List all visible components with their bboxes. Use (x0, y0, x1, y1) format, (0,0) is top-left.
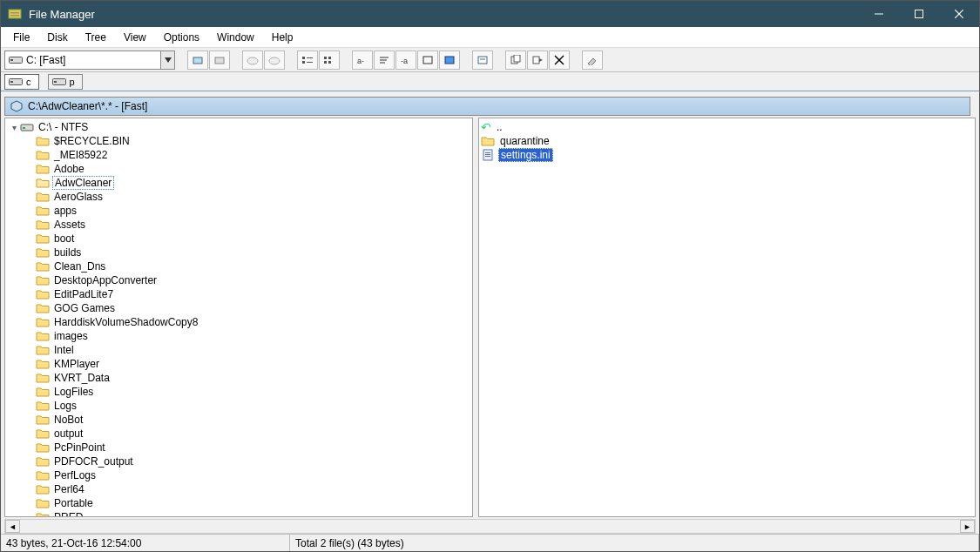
toolbar-btn-move[interactable] (527, 50, 548, 70)
minimize-button[interactable] (859, 1, 899, 27)
tree-item[interactable]: ·PerfLogs (5, 468, 472, 482)
path-icon (10, 100, 23, 112)
tree-item[interactable]: ·KMPlayer (5, 357, 472, 371)
tree-item[interactable]: ·GOG Games (5, 301, 472, 315)
tree-item[interactable]: ·Intel (5, 343, 472, 357)
folder-icon (36, 274, 50, 286)
drive-dropdown[interactable]: C: [Fast] (4, 50, 175, 70)
tree-item-label: AeroGlass (52, 191, 105, 203)
toolbar-btn-sort-4[interactable] (417, 50, 438, 70)
tree-item[interactable]: ·AdwCleaner (5, 176, 472, 190)
toolbar-btn-delete[interactable] (549, 50, 570, 70)
svg-rect-1 (10, 12, 19, 14)
drive-tab-c[interactable]: c (4, 74, 39, 90)
tree-item-label: apps (52, 205, 78, 217)
toolbar-btn-cloud-2[interactable] (264, 50, 285, 70)
svg-marker-34 (539, 58, 543, 62)
tree-item-label: Clean_Dns (52, 260, 107, 273)
menu-help[interactable]: Help (263, 29, 302, 46)
folder-tree[interactable]: ▾C:\ - NTFS·$RECYCLE.BIN·_MEI85922·Adobe… (4, 118, 473, 517)
folder-icon (36, 414, 50, 426)
folder-icon (36, 288, 50, 300)
toolbar-btn-history-fwd[interactable] (209, 50, 230, 70)
tree-item[interactable]: ·$RECYCLE.BIN (5, 134, 472, 148)
toolbar-btn-sort-1[interactable]: a- (352, 50, 373, 70)
tree-item[interactable]: ·DesktopAppConverter (5, 273, 472, 287)
tree-item[interactable]: ·PDFOCR_output (5, 454, 472, 468)
app-icon (8, 7, 22, 21)
toolbar-btn-refresh[interactable] (472, 50, 493, 70)
menu-file[interactable]: File (4, 29, 38, 46)
file-row[interactable]: settings.ini (481, 148, 973, 162)
toolbar-btn-sort-3[interactable]: -a (395, 50, 416, 70)
tree-root[interactable]: ▾C:\ - NTFS (5, 120, 472, 134)
svg-rect-14 (302, 57, 305, 59)
tree-item-label: Intel (52, 344, 76, 356)
svg-rect-2 (10, 15, 19, 17)
tree-item[interactable]: ·Assets (5, 218, 472, 232)
toolbar-btn-sort-5[interactable] (439, 50, 460, 70)
folder-icon (36, 441, 50, 454)
toolbar-btn-sort-2[interactable] (374, 50, 395, 70)
tree-item-label: PerfLogs (52, 469, 98, 481)
toolbar-btn-view-2[interactable] (319, 50, 340, 70)
menu-window[interactable]: Window (208, 29, 263, 46)
file-list[interactable]: ↶..quarantinesettings.ini (478, 118, 976, 517)
menu-view[interactable]: View (115, 29, 155, 46)
menu-tree[interactable]: Tree (77, 29, 115, 46)
tree-item[interactable]: ·PRED (5, 510, 472, 517)
folder-icon (481, 135, 495, 147)
toolbar-btn-cloud-1[interactable] (242, 50, 263, 70)
tree-item[interactable]: ·apps (5, 204, 472, 218)
tree-item[interactable]: ·NoBot (5, 413, 472, 427)
bottom-scrollbar[interactable]: ◄ ► (4, 519, 976, 534)
svg-rect-29 (478, 57, 487, 64)
scroll-left-icon[interactable]: ◄ (5, 520, 20, 533)
tree-item-label: KMPlayer (52, 358, 101, 370)
folder-icon (36, 316, 50, 328)
menu-options[interactable]: Options (155, 29, 208, 46)
tree-item[interactable]: ·Clean_Dns (5, 259, 472, 273)
menu-disk[interactable]: Disk (38, 29, 76, 46)
tree-item[interactable]: ·Adobe (5, 162, 472, 176)
close-button[interactable] (939, 1, 979, 27)
drive-icon (20, 121, 34, 133)
tree-item[interactable]: ·EditPadLite7 (5, 287, 472, 301)
toolbar: C: [Fast] a- -a (1, 48, 979, 72)
folder-icon (36, 246, 50, 259)
parent-dir[interactable]: ↶.. (481, 120, 973, 134)
toolbar-btn-tool[interactable] (582, 50, 603, 70)
toolbar-btn-history-back[interactable] (187, 50, 208, 70)
tree-item[interactable]: ·LogFiles (5, 385, 472, 399)
svg-text:-a: -a (401, 57, 408, 65)
tree-item[interactable]: ·output (5, 427, 472, 441)
folder-icon (36, 358, 50, 370)
path-header[interactable]: C:\AdwCleaner\*.* - [Fast] (4, 97, 970, 116)
tree-item-label: _MEI85922 (52, 149, 109, 161)
folder-icon (36, 427, 50, 440)
tree-item[interactable]: ·PcPinPoint (5, 441, 472, 454)
tree-item[interactable]: ·boot (5, 232, 472, 246)
tree-item[interactable]: ·images (5, 329, 472, 343)
tree-item-label: PDFOCR_output (52, 455, 135, 468)
folder-icon (36, 177, 50, 189)
maximize-button[interactable] (899, 1, 939, 27)
tree-item[interactable]: ·KVRT_Data (5, 371, 472, 385)
svg-rect-17 (307, 62, 313, 63)
tree-item[interactable]: ·HarddiskVolumeShadowCopy8 (5, 315, 472, 329)
svg-rect-18 (324, 57, 327, 59)
expand-icon[interactable]: ▾ (9, 123, 19, 132)
tree-item[interactable]: ·Perl64 (5, 482, 472, 496)
tree-item[interactable]: ·AeroGlass (5, 190, 472, 204)
file-name: quarantine (498, 135, 551, 147)
file-row[interactable]: quarantine (481, 134, 973, 148)
tree-item-label: HarddiskVolumeShadowCopy8 (52, 316, 199, 328)
toolbar-btn-copy[interactable] (505, 50, 526, 70)
tree-item[interactable]: ·Logs (5, 399, 472, 413)
scroll-right-icon[interactable]: ► (960, 520, 975, 533)
toolbar-btn-view-1[interactable] (297, 50, 318, 70)
tree-item[interactable]: ·builds (5, 246, 472, 259)
tree-item[interactable]: ·_MEI85922 (5, 148, 472, 162)
drive-tab-p[interactable]: p (48, 74, 83, 90)
tree-item[interactable]: ·Portable (5, 496, 472, 510)
